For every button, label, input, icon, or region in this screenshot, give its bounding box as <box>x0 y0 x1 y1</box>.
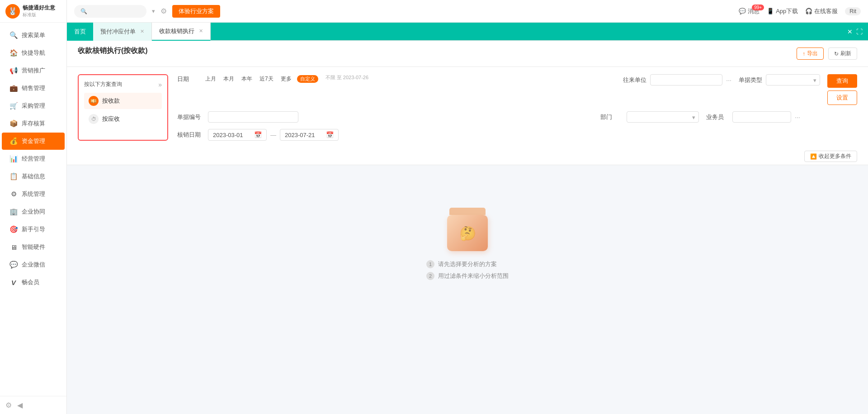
verify-date-range: 2023-03-01 📅 — 2023-07-21 📅 <box>208 129 339 141</box>
sidebar-item-search[interactable]: 🔍 搜索菜单 <box>2 27 65 44</box>
filter-panel: 按以下方案查询 » 💴 按收款 ⏱ 按应收 <box>78 74 168 141</box>
sidebar: 🐰 畅捷通好生意 标准版 🔍 搜索菜单 🏠 快捷导航 📢 营销推广 💼 销售管理… <box>0 0 67 414</box>
tab-receipt-offset[interactable]: 收款核销执行 ✕ <box>152 23 211 41</box>
search-bar[interactable]: 🔍 <box>74 5 146 18</box>
sidebar-item-label: 销售管理 <box>22 84 45 92</box>
sidebar-item-label: 采购管理 <box>22 102 45 110</box>
sales-input[interactable] <box>732 111 791 123</box>
search-icon: 🔍 <box>80 8 87 14</box>
date-note: 不限 至 2023-07-26 <box>326 74 368 81</box>
tab-receipt-offset-close[interactable]: ✕ <box>199 28 203 34</box>
system-icon: ⚙ <box>9 190 18 198</box>
sidebar-item-finance[interactable]: 💰 资金管理 <box>2 133 65 150</box>
empty-hint-2: 2 用过滤条件来缩小分析范围 <box>426 272 509 280</box>
sidebar-item-purchase[interactable]: 🛒 采购管理 <box>2 97 65 114</box>
hint-number-2: 2 <box>426 272 434 280</box>
date-this-month[interactable]: 本月 <box>222 74 236 84</box>
tab-close-button[interactable]: ✕ <box>847 28 853 35</box>
date-last-month[interactable]: 上月 <box>203 74 218 84</box>
topbar-right: 💬 消息 99+ 📱 App下载 🎧 在线客服 Rit <box>739 7 861 15</box>
sidebar-item-quick-nav[interactable]: 🏠 快捷导航 <box>2 44 65 62</box>
tab-receipt-offset-label: 收款核销执行 <box>159 27 194 35</box>
verify-end-date[interactable]: 2023-07-21 📅 <box>280 129 339 141</box>
logo-icon: 🐰 <box>5 4 20 19</box>
sales-label: 业务员 <box>706 113 729 121</box>
hint-text-1: 请先选择要分析的方案 <box>438 260 497 268</box>
filter-option-by-receivable[interactable]: ⏱ 按应收 <box>84 111 162 127</box>
tab-prepay-close[interactable]: ✕ <box>140 29 144 34</box>
collapse-more-button[interactable]: 🔼 收起更多条件 <box>804 151 857 162</box>
verify-date-label: 核销日期 <box>177 131 201 139</box>
sidebar-item-label: 搜索菜单 <box>22 31 45 39</box>
action-buttons: 查询 设置 <box>827 74 857 105</box>
set-button[interactable]: 设置 <box>827 90 857 105</box>
business-icon: 📊 <box>9 155 18 163</box>
empty-box-face: 🤔 <box>459 225 476 241</box>
filter-row-1: 日期 上月 本月 本年 近7天 更多 自定义 不限 至 2023-07-26 <box>177 74 857 105</box>
verify-start-date[interactable]: 2023-03-01 📅 <box>208 129 267 141</box>
date-custom-badge[interactable]: 自定义 <box>297 75 318 83</box>
date-section: 日期 上月 本月 本年 近7天 更多 自定义 <box>177 74 318 84</box>
sidebar-item-member[interactable]: V 畅会员 <box>2 274 65 291</box>
query-button[interactable]: 查询 <box>827 74 857 88</box>
app-download-button[interactable]: 📱 App下载 <box>767 7 798 15</box>
date-note-section: 不限 至 2023-07-26 <box>326 74 368 81</box>
date-more[interactable]: 更多 <box>279 74 293 84</box>
dept-select-wrap <box>627 111 699 123</box>
tab-expand-button[interactable]: ⛶ <box>856 28 863 35</box>
filter-option-by-receipt[interactable]: 💴 按收款 <box>84 93 162 109</box>
sidebar-item-basic[interactable]: 📋 基础信息 <box>2 168 65 185</box>
doc-no-input[interactable] <box>208 111 298 123</box>
empty-illustration: 🤔 <box>440 201 495 251</box>
sidebar-nav: 🔍 搜索菜单 🏠 快捷导航 📢 营销推广 💼 销售管理 🛒 采购管理 📦 库存核… <box>0 23 66 396</box>
filter-collapse-icon[interactable]: » <box>158 81 162 88</box>
online-service-button[interactable]: 🎧 在线客服 <box>805 7 838 15</box>
solution-button[interactable]: 体验行业方案 <box>172 5 220 18</box>
search-icon: 🔍 <box>9 31 18 39</box>
collapse-more-section: 🔼 收起更多条件 <box>67 148 868 165</box>
dept-select[interactable] <box>627 111 699 123</box>
refresh-button[interactable]: ↻ 刷新 <box>828 48 857 60</box>
sidebar-item-label: 系统管理 <box>22 190 45 198</box>
counterpart-section: 往来单位 ··· <box>623 74 731 86</box>
logo-name: 畅捷通好生意 <box>23 4 55 12</box>
page-content: 收款核销执行(按收款) ↑ 导出 ↻ 刷新 按以下方案查询 » <box>67 41 868 414</box>
doc-type-select[interactable] <box>766 74 820 86</box>
tab-prepay[interactable]: 预付冲应付单 ✕ <box>93 23 152 41</box>
hint-number-1: 1 <box>426 260 434 268</box>
receivable-icon: ⏱ <box>89 114 99 124</box>
sidebar-item-wechat[interactable]: 💬 企业微信 <box>2 256 65 273</box>
sidebar-item-hardware[interactable]: 🖥 智能硬件 <box>2 238 65 256</box>
counterpart-more-icon[interactable]: ··· <box>726 76 731 84</box>
gear-icon[interactable]: ⚙ <box>160 7 167 15</box>
sidebar-item-enterprise[interactable]: 🏢 企业协同 <box>2 203 65 220</box>
tab-prepay-label: 预付冲应付单 <box>100 28 136 36</box>
dept-section: 部门 <box>600 111 699 123</box>
sidebar-item-inventory[interactable]: 📦 库存核算 <box>2 115 65 132</box>
doc-no-label: 单据编号 <box>177 113 201 121</box>
sales-more-icon[interactable]: ··· <box>795 114 800 121</box>
sidebar-item-system[interactable]: ⚙ 系统管理 <box>2 186 65 203</box>
export-button[interactable]: ↑ 导出 <box>797 48 824 60</box>
calendar-end-icon: 📅 <box>326 131 334 138</box>
sidebar-item-marketing[interactable]: 📢 营销推广 <box>2 62 65 79</box>
message-button[interactable]: 💬 消息 99+ <box>739 7 760 15</box>
sidebar-item-sales[interactable]: 💼 销售管理 <box>2 80 65 97</box>
collapse-icon[interactable]: ◀ <box>17 401 23 409</box>
user-menu[interactable]: Rit <box>845 7 861 15</box>
dept-label: 部门 <box>600 113 623 121</box>
export-icon: ↑ <box>802 51 805 57</box>
tab-home[interactable]: 首页 <box>67 23 93 41</box>
date-quick-options: 上月 本月 本年 近7天 更多 自定义 <box>203 74 318 84</box>
date-this-year[interactable]: 本年 <box>240 74 254 84</box>
message-icon: 💬 <box>739 8 746 14</box>
chevron-down-icon[interactable]: ▾ <box>152 8 155 14</box>
sidebar-item-guide[interactable]: 🎯 新手引导 <box>2 221 65 238</box>
sidebar-item-label: 智能硬件 <box>22 243 45 251</box>
main-content: 🔍 ▾ ⚙ 体验行业方案 💬 消息 99+ 📱 App下载 🎧 在线客服 Rit <box>67 0 868 414</box>
date-7days[interactable]: 近7天 <box>258 74 275 84</box>
sidebar-item-business[interactable]: 📊 经营管理 <box>2 150 65 167</box>
counterpart-input[interactable] <box>650 74 722 86</box>
headset-icon: 🎧 <box>805 8 812 14</box>
settings-icon[interactable]: ⚙ <box>5 401 12 409</box>
